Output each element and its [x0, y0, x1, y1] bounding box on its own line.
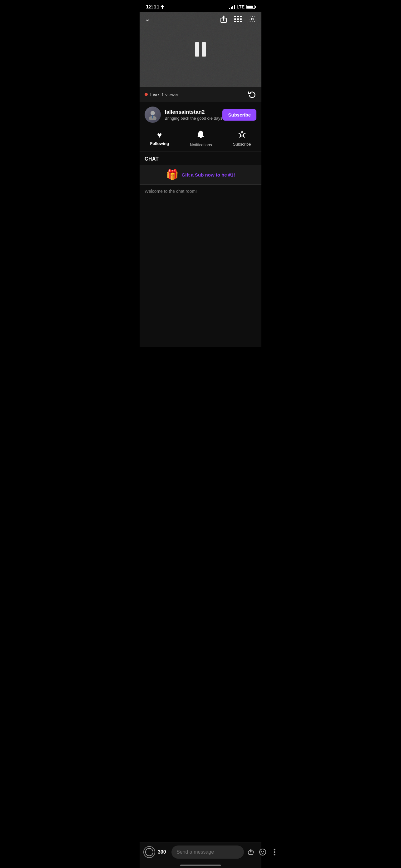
svg-rect-9 [234, 21, 236, 22]
pause-bar-left [195, 42, 199, 57]
svg-point-13 [151, 111, 155, 115]
lte-label: LTE [237, 4, 244, 9]
svg-marker-19 [239, 131, 245, 137]
svg-rect-4 [237, 16, 239, 17]
settings-icon[interactable] [248, 15, 257, 23]
signal-bar-4 [234, 5, 235, 9]
gift-text: Gift a Sub now to be #1! [182, 172, 235, 178]
star-icon [238, 130, 246, 141]
subscribe-action[interactable]: Subscribe [233, 130, 251, 147]
svg-rect-10 [237, 21, 239, 22]
notifications-label: Notifications [190, 143, 212, 147]
following-action[interactable]: ♥ Following [150, 130, 169, 147]
signal-bar-3 [232, 6, 233, 9]
svg-point-12 [252, 18, 253, 20]
control-icons-group [220, 15, 257, 23]
status-time: 12:11 [146, 4, 164, 10]
signal-bars [229, 5, 235, 9]
welcome-message: Welcome to the chat room! [144, 189, 197, 194]
following-label: Following [150, 141, 169, 146]
svg-rect-6 [234, 19, 236, 20]
pause-icon[interactable] [195, 42, 206, 57]
time-display: 12:11 [146, 4, 159, 10]
video-player[interactable]: ⌄ [140, 12, 261, 87]
viewer-count: 1 viewer [162, 92, 179, 97]
live-dot [144, 93, 148, 96]
battery-fill [247, 6, 253, 8]
channel-info: fallensaintstan2 Bringing back the good … [140, 102, 261, 127]
live-info: Live 1 viewer [144, 92, 179, 97]
svg-rect-3 [234, 16, 236, 17]
channel-name[interactable]: fallensaintstan2 [165, 109, 222, 115]
avatar-image [144, 106, 161, 123]
live-bar: Live 1 viewer [140, 87, 261, 102]
chevron-down-icon[interactable]: ⌄ [144, 15, 150, 23]
chat-header: CHAT [140, 152, 261, 165]
signal-bar-1 [229, 8, 230, 9]
avatar[interactable] [144, 106, 161, 123]
svg-point-18 [200, 131, 201, 132]
subscribe-action-label: Subscribe [233, 142, 251, 147]
subscribe-button[interactable]: Subscribe [222, 109, 257, 121]
status-right: LTE [229, 4, 255, 9]
refresh-icon[interactable] [248, 90, 257, 99]
svg-rect-11 [240, 21, 242, 22]
live-label: Live [150, 92, 159, 97]
keypad-icon[interactable] [234, 15, 242, 23]
pause-bar-right [202, 42, 206, 57]
video-controls-overlay: ⌄ [140, 15, 261, 23]
chat-area: Welcome to the chat room! [140, 185, 261, 347]
svg-rect-7 [237, 19, 239, 20]
svg-rect-17 [200, 137, 202, 138]
action-row: ♥ Following Notifications Subscribe [140, 127, 261, 152]
heart-icon: ♥ [157, 130, 162, 140]
channel-text: fallensaintstan2 Bringing back the good … [165, 109, 222, 121]
share-icon[interactable] [220, 15, 228, 23]
notifications-action[interactable]: Notifications [190, 130, 212, 147]
battery-icon [246, 5, 255, 9]
location-icon [161, 5, 164, 9]
svg-rect-8 [240, 19, 242, 20]
svg-rect-5 [240, 16, 242, 17]
gift-banner[interactable]: 🎁 Gift a Sub now to be #1! [140, 165, 261, 185]
channel-description: Bringing back the good ole days [165, 116, 222, 121]
channel-left: fallensaintstan2 Bringing back the good … [144, 106, 222, 123]
status-bar: 12:11 LTE [140, 0, 261, 12]
bell-icon [197, 130, 205, 141]
svg-marker-0 [161, 5, 164, 9]
signal-bar-2 [231, 7, 232, 9]
gift-icon: 🎁 [166, 169, 179, 181]
chat-title: CHAT [144, 156, 159, 161]
